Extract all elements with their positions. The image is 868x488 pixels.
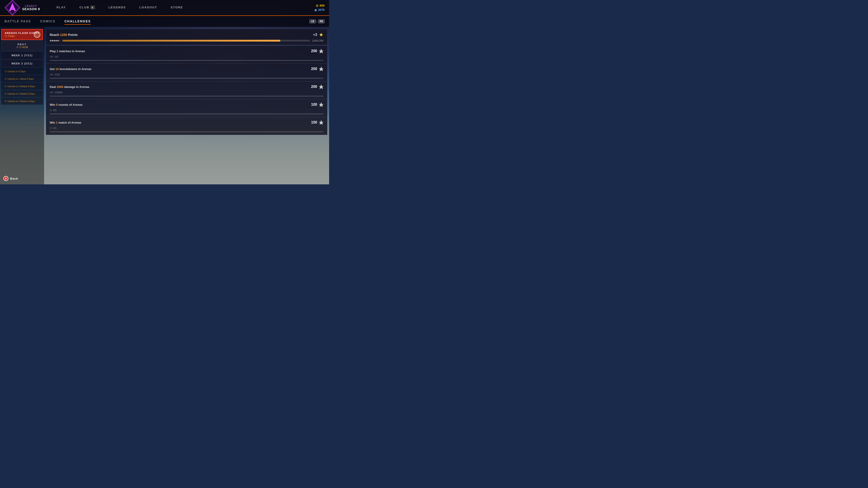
lock-icon-4: ⏱ [4,93,7,95]
sub-nav: BATTLE PASS COMICS CHALLENGES LB / RB [0,16,329,27]
sidebar-item-locked4: ⏱ Unlocks in 3 Weeks 6 Days [1,90,43,97]
sidebar-item-daily[interactable]: DAILY ⏱ 17:43:08 [1,40,43,51]
featured-progress-fill [62,40,280,41]
featured-challenge: Reach 1250 Points +3 ★ ◆◆◆◆◆◇ 1100/1250 [46,29,327,45]
lb-rb-separator: / [317,20,317,23]
lb-rb-hint: LB / RB [309,20,324,23]
header: LEGACY SEASON 9 PLAY CLUB 0 LEGENDS LOAD… [0,0,329,16]
challenge-reward-2: 200 [311,84,323,90]
sidebar: ARENAS FLASH EVENT ⏱ 6 Days DAILY ⏱ 17:4… [0,27,44,184]
back-button-label[interactable]: Back [10,177,18,180]
nav-club[interactable]: CLUB 0 [72,0,101,15]
featured-plus-reward: +3 [313,33,317,37]
event-circle [34,31,40,38]
lock-icon-3: ⏱ [4,85,7,88]
season-legacy-label: LEGACY [22,5,40,7]
challenge-reward-4: 100 [311,120,323,125]
daily-timer-icon: ⏱ [16,46,19,48]
challenge-reward-0: 200 [311,48,323,54]
reward-star-icon-1 [319,66,323,72]
featured-diamonds: ◆◆◆◆◆◇ [50,39,61,42]
coins-value: 650 [320,4,324,7]
reward-star-icon-0 [319,48,323,54]
sidebar-item-locked3: ⏱ Unlocks in 2 Weeks 6 Days [1,83,43,90]
season-info: LEGACY SEASON 9 [22,5,40,11]
nav-legends[interactable]: LEGENDS [102,0,133,15]
challenge-progress-bar-0 [50,60,323,61]
featured-challenge-rewards: +3 ★ [313,32,323,38]
timer-icon: ⏱ [5,35,7,37]
event-circle-inner [35,33,39,37]
lock-icon-1: ⏱ [4,70,7,73]
locked3-subtitle: ⏱ Unlocks in 2 Weeks 6 Days [4,85,39,88]
sidebar-item-week1[interactable]: WEEK 1 (7/11) [1,52,43,59]
week2-title: WEEK 2 (2/11) [4,62,39,65]
challenge-progress-bar-2 [50,96,323,97]
locked4-subtitle: ⏱ Unlocks in 3 Weeks 6 Days [4,93,39,95]
coins-icon: ⊙ [316,4,318,7]
logo-area: LEGACY SEASON 9 [4,0,45,15]
back-button-b-key: B [3,176,8,181]
sub-nav-challenges[interactable]: CHALLENGES [64,18,91,25]
locked1-subtitle: ⏱ Unlocks in 6 Days [4,70,39,73]
currency-area: ⊙ 650 ◈ 3075 [314,4,324,12]
featured-progress-bar [62,40,310,41]
crafting-icon: ◈ [314,8,317,12]
challenge-card-4: Win 1 match of Arenas 100 ◇ 0/1 [46,117,327,135]
reward-value-1: 200 [311,67,317,71]
sidebar-item-locked5: ⏱ Unlocks in 4 Weeks 6 Days [1,98,43,105]
challenge-progress-bar-3 [50,113,323,115]
sub-nav-comics[interactable]: COMICS [40,18,55,25]
nav-store[interactable]: STORE [164,0,190,15]
challenge-title-2: Deal 2000 damage in Arenas [50,85,89,89]
daily-title: DAILY [4,43,39,46]
back-button-area: B Back [3,176,18,181]
sidebar-item-week2[interactable]: WEEK 2 (2/11) [1,60,43,67]
challenge-title-3: Win 5 rounds of Arenas [50,103,83,106]
challenge-header-3: Win 5 rounds of Arenas 100 [50,102,323,107]
reward-star-icon-4 [319,120,323,125]
sidebar-item-locked1: ⏱ Unlocks in 6 Days [1,68,43,75]
currency-crafting: ◈ 3075 [314,8,324,12]
main-nav: PLAY CLUB 0 LEGENDS LOADOUT STORE [50,0,314,15]
reward-value-3: 100 [311,103,317,107]
nav-loadout[interactable]: LOADOUT [133,0,164,15]
challenge-reward-3: 100 [311,102,323,107]
reward-value-0: 200 [311,49,317,53]
locked2-subtitle: ⏱ Unlocks in 1 Week 6 Days [4,78,39,80]
challenge-list: Play 2 matches in Arenas 200 ◇◇ 0/2 Get … [46,46,327,135]
locked5-subtitle: ⏱ Unlocks in 4 Weeks 6 Days [4,100,39,103]
featured-challenge-title: Reach 1250 Points [50,33,78,37]
lb-badge: LB [309,20,315,23]
challenge-diamonds-3: ◇ 0/5 [50,109,323,111]
challenge-progress-bar-1 [50,78,323,79]
featured-star-icon: ★ [319,32,323,38]
sub-nav-battle-pass[interactable]: BATTLE PASS [4,18,31,25]
nav-play[interactable]: PLAY [50,0,72,15]
reward-star-icon-2 [319,84,323,90]
lock-icon-5: ⏱ [4,100,7,103]
featured-challenge-header: Reach 1250 Points +3 ★ [50,32,323,38]
featured-progress-row: ◆◆◆◆◆◇ 1100/1250 [50,39,323,42]
challenge-title-1: Get 10 knockdowns in Arenas [50,67,92,71]
main-content: ARENAS FLASH EVENT ⏱ 6 Days DAILY ⏱ 17:4… [0,27,329,184]
club-badge: 0 [90,6,95,9]
challenge-header-1: Get 10 knockdowns in Arenas 200 [50,66,323,72]
reward-value-4: 100 [311,121,317,125]
sidebar-item-arenas-flash[interactable]: ARENAS FLASH EVENT ⏱ 6 Days [1,29,43,40]
season-name-label: SEASON 9 [22,7,40,11]
challenge-header-2: Deal 2000 damage in Arenas 200 [50,84,323,90]
challenge-diamonds-2: ◇◇ 0/2000 [50,91,323,94]
challenge-header-0: Play 2 matches in Arenas 200 [50,48,323,54]
challenge-progress-bar-4 [50,131,323,132]
lock-icon-2: ⏱ [4,78,7,80]
challenge-card-0: Play 2 matches in Arenas 200 ◇◇ 0/2 [46,46,327,64]
challenge-diamonds-0: ◇◇ 0/2 [50,55,323,58]
week1-title: WEEK 1 (7/11) [4,54,39,57]
challenge-diamonds-1: ◇◇ 0/10 [50,73,323,76]
challenge-diamonds-4: ◇ 0/1 [50,127,323,129]
crafting-value: 3075 [318,8,324,11]
challenge-title-0: Play 2 matches in Arenas [50,50,85,53]
challenge-card-3: Win 5 rounds of Arenas 100 ◇ 0/5 [46,99,327,117]
reward-star-icon-3 [319,102,323,107]
